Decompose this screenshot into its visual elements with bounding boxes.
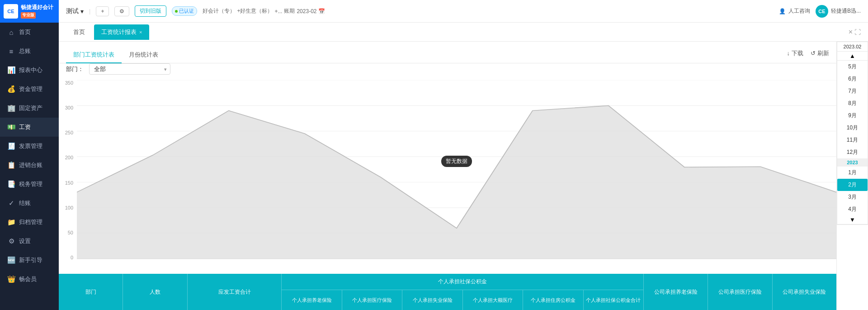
company-selector[interactable]: 测试 ▾ (66, 7, 84, 15)
date-2023-month-1[interactable]: 1月 (837, 167, 868, 179)
sidebar-label-archive: 归档管理 (19, 218, 42, 226)
tag-period-label: 账期 (284, 7, 295, 15)
sidebar-item-settlement[interactable]: ✓ 结账 (0, 194, 59, 213)
sidebar-item-salary[interactable]: 💵 工资 (0, 118, 59, 137)
download-icon: ↓ (787, 50, 790, 57)
date-month-9[interactable]: 9月 (837, 110, 868, 122)
content-box: 部门工资统计表 月份统计表 ↓ 下载 ↺ 刷新 (59, 42, 836, 310)
tab-home-label: 首页 (73, 28, 85, 36)
sidebar-label-funds: 资金管理 (19, 85, 42, 93)
app-logo: CE 畅捷通好会计 专业版 (0, 0, 59, 23)
date-month-8[interactable]: 8月 (837, 97, 868, 110)
sidebar-label-home: 首页 (19, 28, 31, 36)
ai-consult-button[interactable]: 👤 人工咨询 (779, 7, 810, 15)
sidebar-item-settings[interactable]: ⚙ 设置 (0, 232, 59, 251)
reports-icon: 📊 (7, 66, 15, 74)
th-personal-group: 个人承担社保公积金 个人承担养老保险 个人承担医疗保险 个人承 (282, 274, 644, 310)
invoice-icon: 🧾 (7, 142, 15, 150)
subtab-dept-label: 部门工资统计表 (73, 51, 114, 58)
date-month-5[interactable]: 5月 (837, 61, 868, 73)
member-icon: 👑 (7, 275, 15, 283)
date-month-10[interactable]: 10月 (837, 122, 868, 134)
sidebar-label-settlement: 结账 (19, 199, 31, 207)
date-month-7[interactable]: 7月 (837, 85, 868, 97)
date-2023-month-2[interactable]: 2月 (837, 179, 868, 191)
date-panel-nav-down[interactable]: ▼ (837, 215, 868, 224)
date-panel-nav-up[interactable]: ▲ (837, 52, 868, 61)
date-2023-month-4[interactable]: 4月 (837, 203, 868, 215)
tab-close-icon[interactable]: × (139, 29, 142, 35)
verified-dot (175, 10, 178, 13)
company-name: 测试 (66, 7, 79, 15)
user-menu[interactable]: CE 轻捷通B迅... (816, 5, 861, 18)
date-month-12[interactable]: 12月 (837, 146, 868, 158)
calendar-icon[interactable]: 📅 (318, 8, 325, 14)
chart-container: 350 300 250 200 150 100 50 0 (59, 80, 836, 274)
sidebar-item-assets[interactable]: 🏢 固定资产 (0, 99, 59, 118)
page-content: 部门工资统计表 月份统计表 ↓ 下载 ↺ 刷新 (59, 42, 868, 310)
verified-badge: 已认证 (172, 6, 197, 16)
main-panel: 部门工资统计表 月份统计表 ↓ 下载 ↺ 刷新 (59, 42, 836, 310)
y-label-250: 250 (65, 130, 73, 135)
y-label-150: 150 (65, 180, 73, 186)
add-button[interactable]: + (96, 6, 109, 16)
app-name: 畅捷通好会计 (21, 4, 53, 11)
sidebar-label-ledger: 总账 (19, 47, 31, 55)
th-personal-group-cells: 个人承担养老保险 个人承担医疗保险 个人承担失业保险 个人承担大额医疗 (282, 290, 643, 310)
chart-svg (77, 80, 836, 260)
refresh-icon: ↺ (811, 50, 816, 57)
date-month-11[interactable]: 11月 (837, 134, 868, 146)
tax-icon: 📑 (7, 180, 15, 188)
th-company-medical: 公司承担医疗保险 (708, 274, 772, 310)
assets-icon: 🏢 (7, 104, 15, 112)
ai-consult-icon: 👤 (779, 8, 786, 14)
subtab-dept[interactable]: 部门工资统计表 (66, 47, 122, 63)
tag-more: +... (274, 8, 282, 14)
th-personal-group-header: 个人承担社保公积金 (282, 274, 643, 290)
tag-period-value: 2023-02 (297, 8, 316, 14)
download-button[interactable]: ↓ 下载 (787, 49, 804, 57)
th-personal-total: 个人承担社保公积金合计 (584, 290, 643, 310)
nav-down-icon[interactable]: ▼ (849, 216, 855, 223)
sidebar-item-guide[interactable]: 🆕 新手引导 (0, 251, 59, 270)
close-window-button[interactable]: × (849, 28, 853, 36)
tab-salary-report[interactable]: 工资统计报表 × (94, 24, 149, 40)
th-company-unemployment: 公司承担失业保险 (773, 274, 836, 310)
topbar: 测试 ▾ | + ⚙ 切到旧版 已认证 好会计（专） +好生意（标） +... … (59, 0, 868, 23)
sidebar-item-archive[interactable]: 📁 归档管理 (0, 213, 59, 232)
sidebar-item-tax[interactable]: 📑 税务管理 (0, 175, 59, 194)
sidebar-item-ledger[interactable]: ≡ 总账 (0, 42, 59, 61)
sidebar-label-member: 畅会员 (19, 275, 37, 283)
date-2023-month-3[interactable]: 3月 (837, 191, 868, 203)
sidebar-item-member[interactable]: 👑 畅会员 (0, 270, 59, 289)
refresh-button[interactable]: ↺ 刷新 (811, 49, 829, 57)
y-label-300: 300 (65, 105, 73, 110)
trade-icon: 📋 (7, 161, 15, 169)
dept-filter-select[interactable]: 全部 财务部 销售部 人事部 技术部 (89, 63, 170, 75)
maximize-window-button[interactable]: ⛶ (854, 28, 861, 36)
window-controls: × ⛶ (849, 28, 861, 36)
ai-consult-label: 人工咨询 (788, 7, 810, 15)
sidebar-item-home[interactable]: ⌂ 首页 (0, 23, 59, 42)
date-panel-year-label: 2023.02 (844, 44, 862, 49)
y-label-100: 100 (65, 205, 73, 210)
subtab-monthly[interactable]: 月份统计表 (122, 47, 165, 63)
subtab-bar: 部门工资统计表 月份统计表 ↓ 下载 ↺ 刷新 (59, 42, 836, 63)
sidebar-label-settings: 设置 (19, 237, 31, 245)
date-year-2023[interactable]: 2023 (837, 158, 868, 167)
sidebar-item-funds[interactable]: 💰 资金管理 (0, 80, 59, 99)
switch-version-button[interactable]: 切到旧版 (135, 5, 166, 17)
sidebar-item-invoice[interactable]: 🧾 发票管理 (0, 137, 59, 156)
date-month-6[interactable]: 6月 (837, 73, 868, 85)
nav-up-icon[interactable]: ▲ (849, 52, 855, 59)
dept-filter-wrap[interactable]: 全部 财务部 销售部 人事部 技术部 (89, 63, 170, 75)
sidebar-item-reports[interactable]: 📊 报表中心 (0, 61, 59, 80)
y-label-50: 50 (68, 230, 73, 235)
th-company-pension: 公司承担养老保险 (644, 274, 708, 310)
tab-home[interactable]: 首页 (66, 24, 92, 40)
date-panel-header: 2023.02 (837, 42, 868, 52)
settings-button[interactable]: ⚙ (114, 6, 129, 16)
sidebar-item-trade[interactable]: 📋 进销台账 (0, 156, 59, 175)
th-dept: 部门 (59, 274, 123, 310)
company-dropdown-icon: ▾ (80, 8, 84, 15)
